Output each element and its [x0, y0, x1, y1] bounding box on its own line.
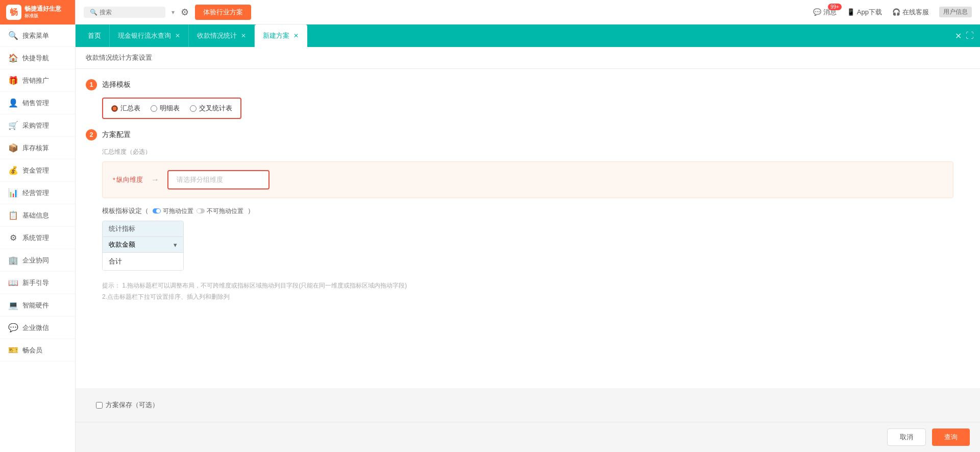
- close-window-icon[interactable]: ✕: [955, 31, 962, 41]
- save-label[interactable]: 方案保存（可选）: [86, 394, 169, 416]
- sidebar-item-hardware[interactable]: 💻 智能硬件: [0, 294, 75, 317]
- save-checkbox[interactable]: [96, 402, 103, 409]
- logo-icon: 畅: [6, 5, 21, 20]
- indicator-label-row: 模板指标设定（ 可拖动位置 不可拖动位置 ）: [102, 206, 953, 216]
- tip-line1: 提示： 1.拖动标题栏可以调整布局，不可跨维度或指标区域拖动列目字段(只能在同一…: [102, 280, 953, 292]
- dropdown-arrow-icon[interactable]: ▾: [172, 9, 175, 16]
- step2-number: 2: [86, 129, 97, 140]
- tab-bank[interactable]: 现金银行流水查询 ✕: [110, 25, 189, 47]
- sidebar-item-system[interactable]: ⚙ 系统管理: [0, 227, 75, 249]
- radio-detail-input[interactable]: [151, 105, 157, 112]
- sidebar-item-finance[interactable]: 💰 资金管理: [0, 159, 75, 182]
- stats-label: 统计指标: [109, 224, 135, 233]
- sidebar-item-sales[interactable]: 👤 销售管理: [0, 92, 75, 114]
- step1-header: 1 选择模板: [86, 79, 970, 90]
- template-selection-box: 汇总表 明细表 交叉统计表: [102, 98, 241, 119]
- radio-summary[interactable]: 汇总表: [111, 104, 140, 113]
- gift-icon: 🎁: [8, 76, 18, 85]
- home-icon: 🏠: [8, 53, 18, 63]
- save-option-label: 方案保存（可选）: [106, 400, 159, 410]
- sidebar-item-label: 新手引导: [22, 278, 49, 288]
- expand-icon[interactable]: ⛶: [966, 31, 974, 40]
- step1-section: 1 选择模板 汇总表 明细表 交叉统计表: [86, 79, 970, 119]
- sidebar-item-label: 资金管理: [22, 166, 49, 175]
- building-icon: 🏢: [8, 255, 18, 265]
- tabbar-actions: ✕ ⛶: [955, 31, 980, 41]
- step2-section: 2 方案配置 汇总维度（必选） * 纵向维度 → 请选择分组维度: [86, 129, 970, 302]
- download-icon: 📱: [847, 8, 855, 16]
- dimension-area: * 纵向维度 → 请选择分组维度: [102, 161, 953, 198]
- search-menu-icon: 🔍: [8, 31, 18, 40]
- search-input[interactable]: [100, 9, 161, 16]
- sidebar-item-label: 智能硬件: [22, 301, 49, 310]
- app-name: 畅捷通好生意: [24, 5, 61, 12]
- sidebar-item-purchase[interactable]: 🛒 采购管理: [0, 114, 75, 137]
- radio-cross-label: 交叉统计表: [199, 104, 232, 113]
- sidebar-item-label: 系统管理: [22, 233, 49, 243]
- indicator-header: 统计指标: [103, 221, 183, 237]
- radio-cross[interactable]: 交叉统计表: [190, 104, 232, 113]
- topbar: 🔍 ▾ ⚙ 体验行业方案 💬 消息 99+ 📱 App下载 🎧 在线客服 用户信…: [76, 0, 980, 25]
- topbar-right: 💬 消息 99+ 📱 App下载 🎧 在线客服 用户信息: [813, 7, 972, 17]
- sidebar-item-inventory[interactable]: 📦 库存核算: [0, 137, 75, 159]
- service-label: 在线客服: [902, 8, 929, 17]
- step2-title: 方案配置: [102, 130, 131, 139]
- sidebar-item-label: 搜索菜单: [22, 31, 49, 40]
- sidebar-item-label: 企业微信: [22, 323, 49, 332]
- tab-bank-close-icon[interactable]: ✕: [175, 32, 180, 39]
- cart-icon: 🛒: [8, 121, 18, 130]
- indicator-table: 统计指标 收款金额 ▾ 合计: [102, 221, 184, 271]
- indicator-settings: 模板指标设定（ 可拖动位置 不可拖动位置 ）: [102, 206, 953, 272]
- toggle-gray-icon[interactable]: [197, 208, 205, 213]
- download-item[interactable]: 📱 App下载: [847, 8, 882, 17]
- sidebar-item-member[interactable]: 🎫 畅会员: [0, 339, 75, 362]
- tab-home[interactable]: 首页: [80, 25, 110, 47]
- indicator-header-row: 统计指标: [109, 224, 177, 233]
- sidebar-item-search[interactable]: 🔍 搜索菜单: [0, 25, 75, 47]
- sidebar-item-guide[interactable]: 📖 新手引导: [0, 272, 75, 294]
- indicator-row-cell: 合计: [103, 253, 183, 270]
- dimension-config: 汇总维度（必选） * 纵向维度 → 请选择分组维度: [86, 148, 970, 198]
- sidebar-item-label: 营销推广: [22, 76, 49, 85]
- tab-new[interactable]: 新建方案 ✕: [255, 25, 307, 47]
- user-label: 用户信息: [943, 8, 968, 15]
- tab-receipt-close-icon[interactable]: ✕: [241, 32, 246, 39]
- service-item[interactable]: 🎧 在线客服: [892, 8, 929, 17]
- sidebar-item-quick[interactable]: 🏠 快捷导航: [0, 47, 75, 69]
- page-header: 收款情况统计方案设置: [76, 47, 980, 69]
- cancel-button[interactable]: 取消: [887, 429, 926, 446]
- dimension-select[interactable]: 请选择分组维度: [167, 170, 270, 189]
- save-option-area: 方案保存（可选）: [76, 388, 980, 422]
- message-badge: 99+: [828, 4, 842, 10]
- app-edition: 标准版: [24, 13, 61, 19]
- radio-detail[interactable]: 明细表: [151, 104, 180, 113]
- chat-icon: 💬: [8, 323, 18, 332]
- sidebar-item-label: 销售管理: [22, 99, 49, 108]
- service-icon: 🎧: [892, 8, 900, 16]
- radio-detail-label: 明细表: [160, 104, 180, 113]
- indicator-col-header: 收款金额 ▾: [103, 237, 183, 253]
- tab-new-close-icon[interactable]: ✕: [293, 32, 299, 39]
- sidebar-item-wechat[interactable]: 💬 企业微信: [0, 317, 75, 339]
- dimension-row: * 纵向维度 → 请选择分组维度: [113, 170, 943, 189]
- form-body: 1 选择模板 汇总表 明细表 交叉统计表: [76, 69, 980, 388]
- search-bar[interactable]: 🔍: [84, 7, 165, 18]
- radio-summary-input[interactable]: [111, 105, 118, 112]
- indicator-col-label: 收款金额: [109, 240, 135, 249]
- sidebar-item-operation[interactable]: 📊 经营管理: [0, 182, 75, 204]
- ticket-icon: 🎫: [8, 345, 18, 355]
- radio-cross-input[interactable]: [190, 105, 197, 112]
- draggable-label: 可拖动位置: [163, 207, 193, 216]
- sidebar-item-basic[interactable]: 📋 基础信息: [0, 204, 75, 227]
- sidebar-item-corp[interactable]: 🏢 企业协同: [0, 249, 75, 272]
- message-item[interactable]: 💬 消息 99+: [813, 8, 837, 17]
- tab-receipt[interactable]: 收款情况统计 ✕: [189, 25, 255, 47]
- tab-bank-label: 现金银行流水查询: [118, 31, 171, 40]
- toggle-blue-icon[interactable]: [153, 208, 161, 213]
- query-button[interactable]: 查询: [932, 429, 970, 446]
- trial-button[interactable]: 体验行业方案: [195, 5, 251, 20]
- user-info[interactable]: 用户信息: [939, 7, 972, 17]
- indicator-dropdown-icon[interactable]: ▾: [174, 241, 177, 249]
- settings-icon[interactable]: ⚙: [181, 7, 189, 18]
- sidebar-item-marketing[interactable]: 🎁 营销推广: [0, 69, 75, 92]
